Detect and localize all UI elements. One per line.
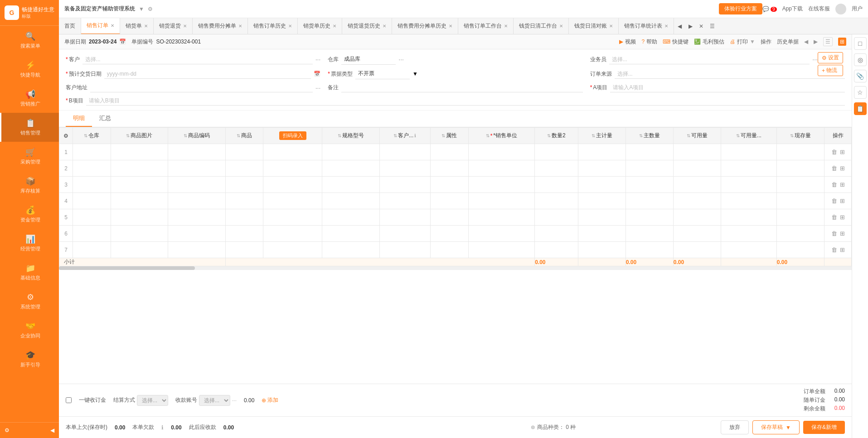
cell-code[interactable] bbox=[168, 144, 225, 160]
cell-attribute[interactable] bbox=[430, 209, 468, 226]
right-btn-1[interactable]: □ bbox=[854, 37, 867, 50]
copy-icon[interactable]: ⊞ bbox=[840, 197, 845, 204]
calendar-icon2[interactable]: 📅 bbox=[314, 71, 320, 77]
prev-record-btn[interactable]: ◀ bbox=[804, 39, 808, 45]
cell-main-unit[interactable] bbox=[578, 209, 626, 226]
cell-main-qty[interactable] bbox=[626, 144, 673, 160]
tab-close-8[interactable]: ✕ bbox=[449, 24, 452, 29]
sidebar-item-经营管理[interactable]: 📊 经营管理 bbox=[0, 229, 59, 258]
cell-spec[interactable] bbox=[322, 193, 379, 209]
tab-item-10[interactable]: 钱货日清工作台✕ bbox=[514, 18, 569, 34]
delete-icon[interactable]: 🗑 bbox=[831, 197, 837, 204]
tab-close-7[interactable]: ✕ bbox=[383, 24, 386, 29]
payment-account-select[interactable]: 选择... bbox=[199, 395, 230, 406]
operate-action[interactable]: 操作 bbox=[761, 38, 771, 46]
cell-spec[interactable] bbox=[322, 160, 379, 177]
tab-prev-btn[interactable]: ◀ bbox=[674, 18, 685, 34]
right-btn-4[interactable]: ☆ bbox=[854, 86, 867, 99]
add-payment-btn[interactable]: ⊕ 添加 bbox=[262, 396, 278, 404]
tab-close-1[interactable]: ✕ bbox=[111, 23, 114, 28]
tab-close-btn[interactable]: ✕ bbox=[696, 18, 707, 34]
tab-item-3[interactable]: 销货退货✕ bbox=[154, 18, 193, 34]
salesperson-more-btn[interactable]: ··· bbox=[812, 56, 818, 63]
tab-item-2[interactable]: 销货单✕ bbox=[120, 18, 154, 34]
help-action[interactable]: ? 帮助 bbox=[641, 38, 657, 46]
copy-icon[interactable]: ⊞ bbox=[840, 214, 845, 221]
online-service-link[interactable]: 在线客服 bbox=[808, 5, 830, 13]
settings-top-btn[interactable]: ⚙ 设置 bbox=[818, 52, 843, 63]
collapse-icon[interactable]: ◀ bbox=[50, 427, 54, 433]
tab-close-11[interactable]: ✕ bbox=[609, 24, 613, 29]
sidebar-item-系统管理[interactable]: ⚙ 系统管理 bbox=[0, 287, 59, 316]
tab-close-5[interactable]: ✕ bbox=[288, 24, 292, 29]
tab-detail[interactable]: 明细 bbox=[66, 111, 92, 127]
calendar-icon[interactable]: 📅 bbox=[119, 39, 126, 45]
cell-main-unit[interactable] bbox=[578, 193, 626, 209]
tab-item-11[interactable]: 钱货日清对账✕ bbox=[569, 18, 619, 34]
tab-summary[interactable]: 汇总 bbox=[92, 111, 118, 127]
message-icon[interactable]: 💬 9 bbox=[762, 6, 777, 12]
cell-attribute[interactable] bbox=[430, 193, 468, 209]
sidebar-item-快捷导航[interactable]: ⚡ 快捷导航 bbox=[0, 55, 59, 84]
cell-warehouse[interactable] bbox=[73, 177, 111, 193]
delivery-input[interactable] bbox=[104, 69, 311, 79]
payment-method-select[interactable]: 选择... bbox=[137, 395, 168, 406]
right-btn-3[interactable]: 📎 bbox=[854, 70, 867, 82]
cell-spec[interactable] bbox=[322, 242, 379, 258]
cell-warehouse[interactable] bbox=[73, 209, 111, 226]
cell-sales-unit[interactable] bbox=[468, 242, 535, 258]
a-project-input[interactable] bbox=[610, 83, 845, 92]
copy-icon[interactable]: ⊞ bbox=[840, 165, 845, 172]
save-new-btn[interactable]: 保存&新增 bbox=[803, 421, 845, 434]
tab-item-9[interactable]: 销售订单工作台✕ bbox=[458, 18, 514, 34]
cell-warehouse[interactable] bbox=[73, 193, 111, 209]
sidebar-item-销售管理[interactable]: 📋 销售管理 bbox=[0, 113, 59, 142]
dropdown-icon[interactable]: ▼ bbox=[139, 6, 144, 12]
customer-more-btn[interactable]: ··· bbox=[315, 56, 321, 63]
sidebar-item-基础信息[interactable]: 📁 基础信息 bbox=[0, 258, 59, 287]
print-action[interactable]: 🖨 打印 ▼ bbox=[730, 38, 755, 46]
cell-product[interactable] bbox=[225, 160, 263, 177]
cell-customer-code[interactable] bbox=[379, 160, 430, 177]
view-action[interactable]: ▶ 视频 bbox=[619, 38, 636, 46]
delete-icon[interactable]: 🗑 bbox=[831, 214, 837, 221]
copy-icon[interactable]: ⊞ bbox=[840, 181, 845, 188]
note-input[interactable] bbox=[341, 83, 582, 92]
cell-spec[interactable] bbox=[322, 209, 379, 226]
cell-spec[interactable] bbox=[322, 226, 379, 242]
add-material-btn[interactable]: + 物流 bbox=[818, 65, 843, 76]
cell-product[interactable] bbox=[225, 144, 263, 160]
cell-main-qty[interactable] bbox=[626, 226, 673, 242]
tab-item-0[interactable]: 首页 bbox=[59, 18, 81, 34]
delete-icon[interactable]: 🗑 bbox=[831, 181, 837, 188]
tab-menu-btn[interactable]: ☰ bbox=[707, 18, 718, 34]
b-project-input[interactable] bbox=[86, 96, 845, 106]
tab-close-4[interactable]: ✕ bbox=[238, 24, 242, 29]
cell-product[interactable] bbox=[225, 209, 263, 226]
tab-close-9[interactable]: ✕ bbox=[504, 24, 508, 29]
save-draft-btn[interactable]: 保存草稿 ▼ bbox=[752, 420, 800, 434]
sidebar-item-库存核算[interactable]: 📦 库存核算 bbox=[0, 171, 59, 200]
warehouse-more-btn[interactable]: ··· bbox=[398, 56, 404, 63]
sidebar-item-搜索菜单[interactable]: 🔍 搜索菜单 bbox=[0, 26, 59, 55]
cell-main-unit[interactable] bbox=[578, 144, 626, 160]
cell-main-qty[interactable] bbox=[626, 177, 673, 193]
cell-customer-code[interactable] bbox=[379, 144, 430, 160]
customer-input[interactable] bbox=[82, 55, 313, 64]
history-action[interactable]: 历史单据 bbox=[777, 38, 799, 46]
copy-icon[interactable]: ⊞ bbox=[840, 246, 845, 253]
list-view-btn[interactable]: ☰ bbox=[823, 37, 833, 46]
right-btn-2[interactable]: ◎ bbox=[854, 53, 867, 66]
delete-icon[interactable]: 🗑 bbox=[831, 246, 837, 253]
cell-sales-unit[interactable] bbox=[468, 144, 535, 160]
cell-attribute[interactable] bbox=[430, 177, 468, 193]
cell-qty2[interactable] bbox=[535, 209, 578, 226]
cell-customer-code[interactable] bbox=[379, 226, 430, 242]
addr-more-btn[interactable]: ··· bbox=[315, 84, 321, 91]
cell-warehouse[interactable] bbox=[73, 160, 111, 177]
tab-item-12[interactable]: 销售订单统计表✕ bbox=[619, 18, 674, 34]
tab-close-3[interactable]: ✕ bbox=[183, 24, 187, 29]
cell-qty2[interactable] bbox=[535, 177, 578, 193]
grid-view-btn[interactable]: ⊞ bbox=[838, 38, 846, 46]
scroll-track[interactable] bbox=[59, 266, 852, 270]
